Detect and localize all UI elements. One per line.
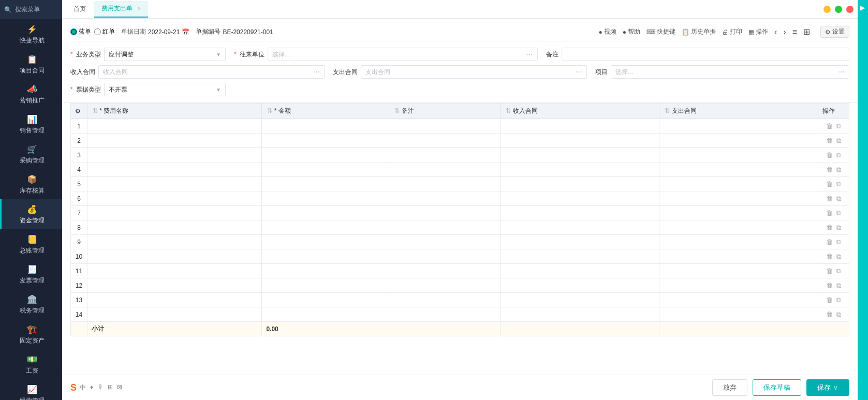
delete-icon[interactable]: 🗑 bbox=[826, 310, 833, 318]
grid-view-icon[interactable]: ⊞ bbox=[803, 27, 810, 37]
income-contract-cell[interactable] bbox=[501, 264, 659, 278]
video-action[interactable]: ● 视频 bbox=[599, 27, 616, 36]
sidebar-item-assets[interactable]: 🏗️ 固定资产 bbox=[0, 319, 62, 349]
calendar-icon[interactable]: 📅 bbox=[182, 28, 189, 36]
expense-name-cell[interactable] bbox=[87, 206, 262, 220]
copy-icon[interactable]: ⧉ bbox=[836, 238, 841, 246]
date-value[interactable]: 2022-09-21 bbox=[148, 28, 180, 36]
project-dots[interactable]: ··· bbox=[838, 67, 845, 77]
col-income-contract-header[interactable]: ⇅ 收入合同 bbox=[501, 103, 659, 119]
income-contract-cell[interactable] bbox=[501, 191, 659, 206]
partner-dots-icon[interactable]: ··· bbox=[526, 50, 533, 59]
sidebar-item-ledger[interactable]: 📒 总账管理 bbox=[0, 229, 62, 259]
settings-button[interactable]: ⚙ 设置 bbox=[820, 26, 849, 38]
sidebar-item-tax[interactable]: 🏛️ 税务管理 bbox=[0, 289, 62, 319]
sidebar-item-sales[interactable]: 📊 销售管理 bbox=[0, 109, 62, 139]
copy-icon[interactable]: ⧉ bbox=[836, 122, 841, 130]
amount-cell[interactable] bbox=[262, 119, 389, 134]
expense-contract-cell[interactable] bbox=[659, 134, 818, 148]
income-contract-cell[interactable] bbox=[501, 177, 659, 191]
tab-close-icon[interactable]: × bbox=[138, 6, 141, 11]
remark-cell[interactable] bbox=[389, 162, 501, 177]
income-contract-cell[interactable] bbox=[501, 220, 659, 235]
discard-button[interactable]: 放弃 bbox=[712, 379, 747, 396]
expense-name-cell[interactable] bbox=[87, 191, 262, 206]
copy-icon[interactable]: ⧉ bbox=[836, 195, 841, 202]
delete-icon[interactable]: 🗑 bbox=[826, 209, 833, 217]
remark-cell[interactable] bbox=[389, 249, 501, 264]
expense-contract-cell[interactable] bbox=[659, 220, 818, 235]
delete-icon[interactable]: 🗑 bbox=[826, 195, 833, 202]
copy-icon[interactable]: ⧉ bbox=[836, 151, 841, 159]
help-action[interactable]: ● 帮助 bbox=[623, 27, 640, 36]
blue-bill-radio[interactable]: 蓝单 bbox=[70, 27, 91, 36]
delete-icon[interactable]: 🗑 bbox=[826, 224, 833, 231]
window-close[interactable] bbox=[846, 6, 854, 13]
delete-icon[interactable]: 🗑 bbox=[826, 296, 833, 304]
amount-cell[interactable] bbox=[262, 235, 389, 249]
remark-cell[interactable] bbox=[389, 307, 501, 322]
sidebar-item-project-contract[interactable]: 📋 项目合同 bbox=[0, 49, 62, 79]
shortcut-action[interactable]: ⌨ 快捷键 bbox=[646, 27, 675, 36]
operation-action[interactable]: ▦ 操作 bbox=[748, 27, 768, 36]
delete-icon[interactable]: 🗑 bbox=[826, 253, 833, 260]
save-draft-button[interactable]: 保存草稿 bbox=[753, 379, 801, 396]
amount-cell[interactable] bbox=[262, 307, 389, 322]
amount-cell[interactable] bbox=[262, 206, 389, 220]
col-amount-header[interactable]: ⇅ * 金额 bbox=[262, 103, 389, 119]
delete-icon[interactable]: 🗑 bbox=[826, 122, 833, 130]
expense-name-cell[interactable] bbox=[87, 249, 262, 264]
copy-icon[interactable]: ⧉ bbox=[836, 209, 841, 217]
copy-icon[interactable]: ⧉ bbox=[836, 180, 841, 188]
window-minimize[interactable] bbox=[823, 6, 831, 13]
biz-type-select[interactable]: 应付调整 ▼ bbox=[104, 48, 226, 61]
expense-contract-cell[interactable] bbox=[659, 235, 818, 249]
copy-icon[interactable]: ⧉ bbox=[836, 224, 841, 231]
expense-contract-cell[interactable] bbox=[659, 278, 818, 293]
remark-cell[interactable] bbox=[389, 278, 501, 293]
amount-cell[interactable] bbox=[262, 249, 389, 264]
amount-cell[interactable] bbox=[262, 278, 389, 293]
expense-name-cell[interactable] bbox=[87, 293, 262, 307]
copy-icon[interactable]: ⧉ bbox=[836, 282, 841, 289]
income-contract-cell[interactable] bbox=[501, 307, 659, 322]
delete-icon[interactable]: 🗑 bbox=[826, 267, 833, 275]
expense-contract-cell[interactable] bbox=[659, 293, 818, 307]
amount-cell[interactable] bbox=[262, 134, 389, 148]
tab-home[interactable]: 首页 bbox=[66, 1, 93, 18]
print-action[interactable]: 🖨 打印 bbox=[722, 27, 742, 36]
sidebar-item-purchase[interactable]: 🛒 采购管理 bbox=[0, 139, 62, 169]
sidebar-item-marketing[interactable]: 📣 营销推广 bbox=[0, 79, 62, 109]
red-bill-radio[interactable]: 红单 bbox=[94, 27, 115, 36]
delete-icon[interactable]: 🗑 bbox=[826, 151, 833, 159]
expense-name-cell[interactable] bbox=[87, 264, 262, 278]
history-action[interactable]: 📋 历史单据 bbox=[682, 27, 716, 36]
save-button[interactable]: 保存 ∨ bbox=[806, 379, 849, 396]
income-contract-cell[interactable] bbox=[501, 206, 659, 220]
amount-cell[interactable] bbox=[262, 293, 389, 307]
income-contract-cell[interactable] bbox=[501, 235, 659, 249]
col-expense-contract-header[interactable]: ⇅ 支出合同 bbox=[659, 103, 818, 119]
col-expense-name-header[interactable]: ⇅ * 费用名称 bbox=[87, 103, 262, 119]
remark-cell[interactable] bbox=[389, 293, 501, 307]
amount-cell[interactable] bbox=[262, 162, 389, 177]
remark-cell[interactable] bbox=[389, 206, 501, 220]
remark-cell[interactable] bbox=[389, 119, 501, 134]
delete-icon[interactable]: 🗑 bbox=[826, 137, 833, 144]
window-maximize[interactable] bbox=[835, 6, 842, 13]
remark-cell[interactable] bbox=[389, 264, 501, 278]
expense-contract-cell[interactable] bbox=[659, 119, 818, 134]
list-view-icon[interactable]: ≡ bbox=[792, 27, 797, 37]
delete-icon[interactable]: 🗑 bbox=[826, 282, 833, 289]
remark-cell[interactable] bbox=[389, 220, 501, 235]
expense-name-cell[interactable] bbox=[87, 177, 262, 191]
amount-cell[interactable] bbox=[262, 191, 389, 206]
expense-name-cell[interactable] bbox=[87, 278, 262, 293]
project-input[interactable]: 选择... ··· bbox=[611, 65, 849, 79]
copy-icon[interactable]: ⧉ bbox=[836, 296, 841, 304]
copy-icon[interactable]: ⧉ bbox=[836, 310, 841, 318]
expense-contract-cell[interactable] bbox=[659, 264, 818, 278]
sidebar-search[interactable]: 🔍 搜索菜单 bbox=[0, 0, 62, 19]
delete-icon[interactable]: 🗑 bbox=[826, 166, 833, 173]
remark-cell[interactable] bbox=[389, 177, 501, 191]
